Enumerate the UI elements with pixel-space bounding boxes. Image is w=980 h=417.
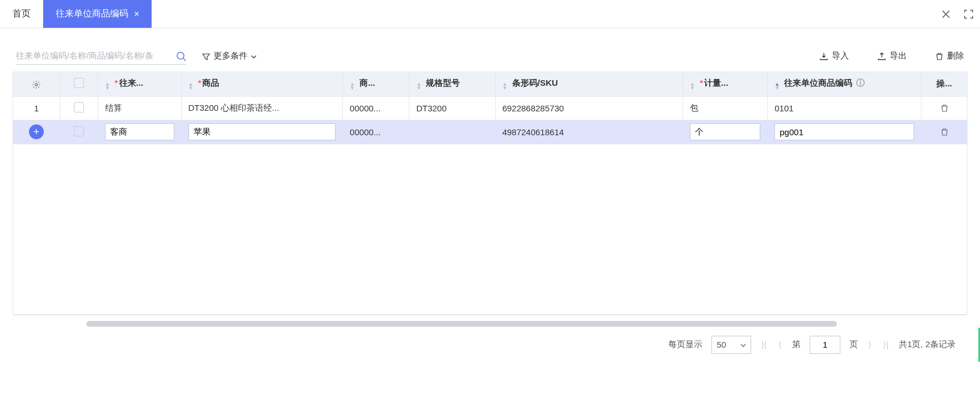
export-icon [877,51,886,61]
svg-point-1 [35,83,37,85]
per-page-label: 每页显示 [668,339,702,350]
cell-barcode: 6922868285730 [495,96,682,120]
pagination-summary: 共1页, 2条记录 [899,339,956,350]
column-action: 操... [922,72,967,96]
row-delete[interactable] [922,96,967,120]
checkbox-icon [74,78,84,88]
more-conditions-button[interactable]: 更多条件 [202,51,257,61]
cell-product[interactable] [181,120,343,144]
cell-product-code: 00000... [343,120,409,144]
tab-active[interactable]: 往来单位商品编码 × [43,0,152,28]
chevron-down-icon [251,51,257,61]
cell-uom[interactable] [683,120,768,144]
column-spec[interactable]: 规格型号 [409,72,495,96]
cell-vendor-code[interactable]: 0101 [768,96,922,120]
page-input[interactable] [810,336,840,354]
per-page-value: 50 [717,340,726,349]
cell-party[interactable]: 结算 [98,96,181,120]
import-icon [819,51,828,61]
row-checkbox[interactable] [60,96,98,120]
page-prefix: 第 [792,339,801,350]
cell-barcode: 4987240618614 [495,120,682,144]
party-input[interactable] [105,123,174,140]
tab-home[interactable]: 首页 [0,0,43,28]
search-input[interactable] [16,51,186,60]
row-delete[interactable] [922,120,967,144]
delete-button[interactable]: 删除 [935,51,964,61]
row-checkbox[interactable] [60,120,98,144]
toolbar: 更多条件 导入 导出 删除 [0,40,980,72]
cell-product-code: 00000... [343,96,409,120]
cell-product[interactable]: DT3200 心相印茶语经... [181,96,343,120]
more-conditions-label: 更多条件 [213,51,248,61]
next-page-button[interactable]: ⟩ [867,340,873,350]
table-row[interactable]: 1 结算 DT3200 心相印茶语经... 00000... DT3200 69… [13,96,967,120]
trash-icon [940,127,949,136]
cell-party[interactable] [98,120,181,144]
column-product[interactable]: *商品 [181,72,343,96]
uom-input[interactable] [690,123,760,140]
chevron-down-icon [740,340,746,349]
tab-active-label: 往来单位商品编码 [56,8,128,20]
search-icon[interactable] [176,50,186,62]
vendor-code-input[interactable] [774,123,914,140]
export-label: 导出 [890,51,907,61]
first-page-button[interactable]: |⟨ [760,340,768,350]
column-barcode[interactable]: 条形码/SKU [495,72,682,96]
cell-vendor-code[interactable] [768,120,922,144]
delete-label: 删除 [947,51,964,61]
column-settings[interactable] [13,72,60,96]
cell-spec [409,120,495,144]
trash-icon [935,51,944,61]
last-page-button[interactable]: ⟩| [882,340,890,350]
column-party[interactable]: *往来... [98,72,181,96]
tab-home-label: 首页 [12,8,31,20]
horizontal-scrollbar[interactable] [12,320,968,328]
row-index: 1 [13,96,60,120]
tab-bar: 首页 往来单位商品编码 × [0,0,980,28]
help-icon[interactable]: ⓘ [856,78,865,87]
pagination: 每页显示 50 |⟨ ⟨ 第 页 ⟩ ⟩| 共1页, 2条记录 [0,328,980,362]
header-row: *往来... *商品 商... 规格型号 条形码/SKU [13,72,967,96]
cell-uom[interactable]: 包 [683,96,768,120]
close-icon[interactable]: × [134,9,139,19]
column-vendor-code[interactable]: 往来单位商品编码 ⓘ [768,72,922,96]
svg-point-0 [177,52,184,59]
row-add[interactable]: + [13,120,60,144]
gear-icon [32,79,41,89]
fullscreen-icon[interactable] [957,3,980,26]
data-grid: *往来... *商品 商... 规格型号 条形码/SKU [12,72,968,315]
import-button[interactable]: 导入 [819,51,849,61]
product-input[interactable] [189,123,336,140]
search-wrap [16,47,186,65]
table-row[interactable]: + 00000... 4987240618614 [13,120,967,144]
plus-icon: + [29,124,44,139]
filter-icon [202,51,210,60]
prev-page-button[interactable]: ⟨ [777,340,783,350]
per-page-select[interactable]: 50 [711,336,751,354]
column-product-code[interactable]: 商... [343,72,409,96]
cell-spec: DT3200 [409,96,495,120]
page-suffix: 页 [849,339,858,350]
column-uom[interactable]: *计量... [683,72,768,96]
import-label: 导入 [832,51,849,61]
close-all-icon[interactable] [935,3,957,26]
export-button[interactable]: 导出 [877,51,907,61]
trash-icon [940,103,949,112]
column-select-all[interactable] [60,72,98,96]
